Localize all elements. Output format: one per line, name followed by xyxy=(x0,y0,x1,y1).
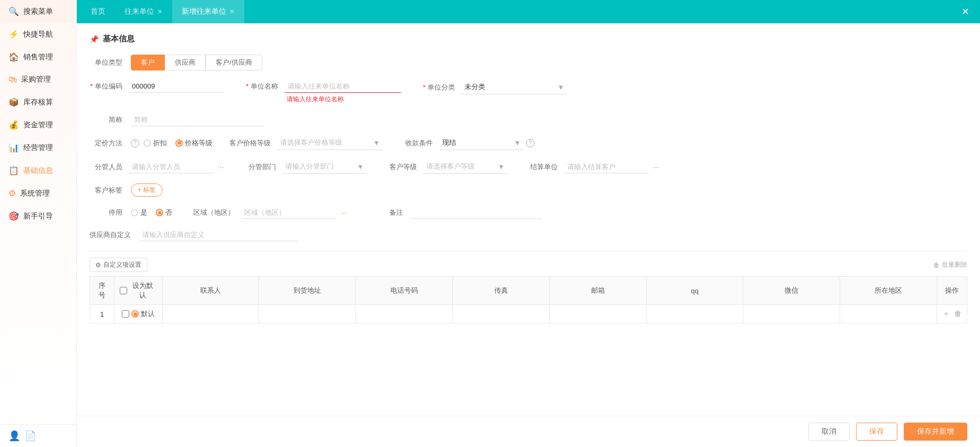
address-input[interactable] xyxy=(264,310,350,318)
sidebar: 🔍 搜索菜单 ⚡ 快捷导航 🏠 销售管理 🛍 采购管理 📦 库存核算 💰 资金管… xyxy=(0,0,77,447)
supplier-custom-input[interactable] xyxy=(139,229,298,241)
sidebar-item-system[interactable]: ⚙ 系统管理 xyxy=(0,182,76,205)
cancel-button[interactable]: 取消 xyxy=(808,423,850,441)
abbr-input[interactable] xyxy=(131,113,263,126)
department-label: 分管部门 xyxy=(243,162,280,172)
remarks-label: 备注 xyxy=(370,208,407,217)
cell-region[interactable] xyxy=(840,305,937,323)
tab-home[interactable]: 首页 xyxy=(81,0,115,23)
qq-input[interactable] xyxy=(652,310,738,318)
dept-dropdown-icon: ▼ xyxy=(357,163,364,171)
tab-new-partner[interactable]: 新增往来单位 ✕ xyxy=(172,0,244,23)
unit-category-select[interactable]: 未分类 ▼ xyxy=(461,80,567,94)
finance-icon: 💰 xyxy=(8,120,19,130)
table-row: 1 默认 xyxy=(90,305,967,323)
pricing-level-radio[interactable]: 价格等级 xyxy=(175,138,212,148)
cell-phone[interactable] xyxy=(356,305,453,323)
price-level-select[interactable]: 请选择客户价格等级 ▼ xyxy=(277,136,383,150)
region-input[interactable] xyxy=(241,206,336,219)
remarks-input[interactable] xyxy=(409,206,542,219)
save-new-button[interactable]: 保存并新增 xyxy=(904,423,967,441)
save-button[interactable]: 保存 xyxy=(856,423,897,441)
supervisor-row: 分管人员 ··· 分管部门 请输入分管部门 ▼ 客户等级 请选择客户等级 ▼ 结… xyxy=(90,160,967,174)
col-address: 到货地址 xyxy=(259,277,356,305)
cell-wechat[interactable] xyxy=(743,305,840,323)
region-more-icon[interactable]: ··· xyxy=(338,208,349,217)
no-radio-circle xyxy=(156,209,163,216)
email-input[interactable] xyxy=(555,310,641,318)
sidebar-item-finance[interactable]: 💰 资金管理 xyxy=(0,113,76,136)
add-row-icon[interactable]: ＋ xyxy=(942,309,950,319)
unit-code-input[interactable] xyxy=(129,80,224,93)
department-select[interactable]: 请输入分管部门 ▼ xyxy=(282,160,367,174)
delete-row-icon[interactable]: 🗑 xyxy=(954,309,961,319)
pin-icon: 📌 xyxy=(90,35,99,43)
supervisor-field: 分管人员 ··· xyxy=(90,161,226,173)
supervisor-input[interactable] xyxy=(129,161,213,173)
payment-help-icon[interactable]: ? xyxy=(526,139,534,147)
main-area: 首页 往来单位 ✕ 新增往来单位 ✕ ✕ 📌 基本信息 单位类型 客户 供应商 … xyxy=(77,0,980,447)
unit-type-customer[interactable]: 客户 xyxy=(131,55,165,71)
default-radio[interactable]: 默认 xyxy=(131,309,155,319)
settings-footer-icon: 📄 xyxy=(24,430,36,442)
customer-level-select[interactable]: 请选择客户等级 ▼ xyxy=(423,160,508,174)
batch-delete-button[interactable]: 🗑 批量删除 xyxy=(933,260,967,269)
section-title: 📌 基本信息 xyxy=(90,34,967,44)
fax-input[interactable] xyxy=(458,310,544,318)
unit-type-supplier[interactable]: 供应商 xyxy=(165,55,206,71)
unit-type-label: 单位类型 xyxy=(90,58,127,67)
pricing-method-field: 定价方法 ? 折扣 价格等级 xyxy=(90,138,212,148)
payment-terms-field: 收款条件 现结 ▼ ? xyxy=(400,136,534,150)
supervisor-more-icon[interactable]: ··· xyxy=(216,163,226,171)
cell-contact[interactable] xyxy=(162,305,259,323)
select-all-checkbox[interactable] xyxy=(120,287,127,294)
sidebar-item-guide[interactable]: 🎯 新手引导 xyxy=(0,205,76,227)
window-close-icon[interactable]: ✕ xyxy=(955,6,976,17)
disabled-field: 停用 是 否 xyxy=(90,208,172,217)
level-radio-circle xyxy=(175,139,183,147)
sidebar-item-quicknav[interactable]: ⚡ 快捷导航 xyxy=(0,23,76,46)
settlement-more-icon[interactable]: ··· xyxy=(651,163,662,171)
remarks-field: 备注 xyxy=(370,206,542,219)
cell-address[interactable] xyxy=(259,305,356,323)
phone-input[interactable] xyxy=(361,310,447,318)
unit-name-input[interactable] xyxy=(284,80,401,93)
col-wechat: 微信 xyxy=(743,277,840,305)
disabled-region-row: 停用 是 否 区域（地区） ··· 备注 xyxy=(90,206,967,219)
add-tag-button[interactable]: + 标签 xyxy=(131,183,163,197)
tab-partners[interactable]: 往来单位 ✕ xyxy=(115,0,172,23)
col-contact: 联系人 xyxy=(162,277,259,305)
pricing-discount-radio[interactable]: 折扣 xyxy=(144,138,167,148)
discount-radio-circle xyxy=(144,139,151,147)
wechat-input[interactable] xyxy=(749,310,834,318)
sidebar-item-search[interactable]: 🔍 搜索菜单 xyxy=(0,0,76,23)
payment-terms-select[interactable]: 现结 ▼ xyxy=(439,136,524,150)
basic-icon: 📋 xyxy=(8,165,19,176)
row-checkbox[interactable] xyxy=(122,310,129,318)
disabled-no-radio[interactable]: 否 xyxy=(156,208,172,217)
settlement-input[interactable] xyxy=(564,161,649,173)
disabled-yes-radio[interactable]: 是 xyxy=(131,208,147,217)
sidebar-item-basic[interactable]: 📋 基础信息 xyxy=(0,159,76,182)
sidebar-item-sales[interactable]: 🏠 销售管理 xyxy=(0,46,76,68)
pricing-help-icon[interactable]: ? xyxy=(131,139,139,147)
code-name-category-row: 单位编码 单位名称 请输入往来单位名称 单位分类 未分类 ▼ xyxy=(90,80,967,104)
tab-bar: 首页 往来单位 ✕ 新增往来单位 ✕ ✕ xyxy=(77,0,980,23)
table-header-row: 序号 设为默认 联系人 到货地址 电话号码 传真 邮箱 qq 微信 所在地区 xyxy=(90,277,967,305)
tab-new-partner-close[interactable]: ✕ xyxy=(229,8,235,15)
supplier-custom-label: 供应商自定义 xyxy=(90,230,135,240)
cell-email[interactable] xyxy=(549,305,646,323)
unit-type-both[interactable]: 客户/供应商 xyxy=(206,55,262,71)
region-field: 区域（地区） ··· xyxy=(193,206,349,219)
sidebar-item-inventory[interactable]: 📦 库存核算 xyxy=(0,91,76,113)
row-region-input[interactable] xyxy=(845,310,931,318)
tab-partners-close[interactable]: ✕ xyxy=(157,8,163,15)
cell-qq[interactable] xyxy=(646,305,743,323)
sidebar-item-operations[interactable]: 📊 经营管理 xyxy=(0,136,76,159)
custom-settings-button[interactable]: ⚙ 自定义项设置 xyxy=(90,258,147,272)
sidebar-item-purchase[interactable]: 🛍 采购管理 xyxy=(0,68,76,91)
col-qq: qq xyxy=(646,277,743,305)
contact-input[interactable] xyxy=(168,310,254,318)
cell-fax[interactable] xyxy=(452,305,549,323)
abbr-label: 简称 xyxy=(90,115,127,125)
